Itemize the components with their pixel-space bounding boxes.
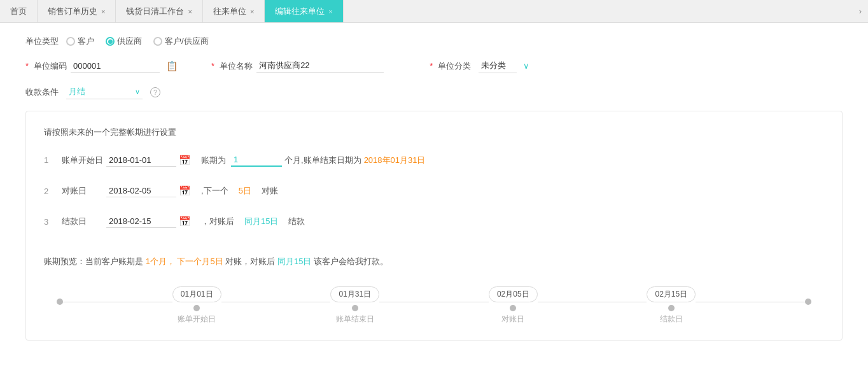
tab-contacts[interactable]: 往来单位 ×	[203, 0, 265, 22]
timeline-left-end	[57, 286, 63, 305]
timeline-right-dot	[805, 299, 811, 305]
payment-arrow: ∨	[135, 88, 140, 96]
radio-circle-both	[153, 37, 162, 46]
row-reconcile-date: 2 对账日 📅 ,下一个 5日 对账	[44, 185, 824, 197]
timeline-item-1: 01月01日 账单开始日	[172, 286, 221, 325]
reconcile-date-calendar-icon[interactable]: 📅	[179, 185, 191, 197]
tab-edit-contacts[interactable]: 编辑往来单位 ×	[265, 0, 343, 22]
timeline-label-1: 账单开始日	[178, 314, 216, 325]
unit-code-label: 单位编码	[34, 60, 67, 72]
payment-row: 收款条件 月结 ∨ ?	[25, 85, 843, 99]
payment-select[interactable]: 月结 ∨	[66, 85, 143, 99]
timeline-dot-2	[352, 305, 358, 311]
preview-p1: 1个月，	[146, 257, 175, 266]
period-input[interactable]	[231, 153, 282, 167]
unit-type-radio-group: 客户 供应商 客户/供应商	[66, 36, 209, 47]
timeline-line-3	[379, 302, 489, 302]
tab-close-contacts[interactable]: ×	[250, 8, 254, 15]
unit-name-input[interactable]	[256, 60, 384, 73]
radio-supplier[interactable]: 供应商	[106, 36, 142, 47]
payment-label: 收款条件	[25, 87, 59, 98]
unit-code-star: *	[25, 61, 29, 71]
preview-label: 账期预览：当前客户账期是	[44, 257, 143, 266]
tab-close-cash-work[interactable]: ×	[188, 8, 192, 15]
unit-code-group: * 单位编码 📋	[25, 60, 178, 73]
timeline-dot-4	[668, 305, 675, 311]
unit-code-icon[interactable]: 📋	[166, 60, 178, 72]
unit-info-row: * 单位编码 📋 * 单位名称 * 单位分类 未分类 ∨	[25, 59, 843, 73]
radio-customer[interactable]: 客户	[66, 36, 94, 47]
reconcile-desc-suffix: 对账	[262, 185, 278, 197]
timeline-item-2: 01月31日 账单结束日	[330, 286, 379, 325]
payment-date-input[interactable]	[106, 215, 176, 228]
timeline-right-end	[805, 286, 811, 305]
payment-help-icon[interactable]: ?	[150, 87, 160, 97]
timeline-line-2	[221, 302, 331, 302]
row-num-3: 3	[44, 217, 62, 227]
radio-both[interactable]: 客户/供应商	[153, 36, 209, 47]
preview-p5: 该客户会给我打款。	[314, 257, 388, 266]
timeline-label-3: 对账日	[501, 314, 524, 325]
tab-more-button[interactable]: ›	[853, 0, 868, 22]
row-num-1: 1	[44, 155, 62, 165]
payment-desc-highlight: 同月15日	[244, 216, 278, 227]
reconcile-date-input[interactable]	[106, 185, 176, 197]
section-title: 请按照未来的一个完整帐期进行设置	[44, 127, 824, 138]
payment-date-calendar-icon[interactable]: 📅	[179, 216, 191, 227]
reconcile-desc-highlight: 5日	[239, 185, 251, 197]
row-label-start: 账单开始日	[62, 155, 106, 166]
timeline-left-dot	[57, 299, 63, 305]
timeline-badge-1: 01月01日	[172, 286, 221, 302]
unit-cat-group: * 单位分类 未分类 ∨	[430, 59, 529, 73]
unit-cat-star: *	[430, 61, 433, 71]
payment-value: 月结	[69, 86, 132, 97]
timeline-dot-1	[193, 305, 200, 311]
timeline-badge-2: 01月31日	[330, 286, 379, 302]
timeline-label-2: 账单结束日	[336, 314, 374, 325]
unit-cat-arrow[interactable]: ∨	[523, 61, 529, 71]
timeline-dot-3	[510, 305, 516, 311]
timeline-badge-3: 02月05日	[489, 286, 538, 302]
tab-close-sales-history[interactable]: ×	[101, 8, 105, 15]
timeline-label-4: 结款日	[660, 314, 683, 325]
preview-section: 账期预览：当前客户账期是 1个月， 下一个月5日 对账，对账后 同月15日 该客…	[44, 246, 824, 325]
radio-circle-supplier	[106, 37, 115, 46]
timeline-badge-4: 02月15日	[647, 286, 696, 302]
unit-cat-label: 单位分类	[438, 60, 471, 72]
page-content: 单位类型 客户 供应商 客户/供应商 * 单位编码 📋 * 单位名称	[0, 23, 868, 387]
tab-close-edit-contacts[interactable]: ×	[328, 8, 332, 15]
unit-name-star: *	[211, 61, 214, 71]
preview-p4: 同月15日	[277, 257, 311, 266]
timeline-line-5	[696, 302, 805, 302]
radio-circle-customer	[66, 37, 75, 46]
timeline: 01月01日 账单开始日 01月31日 账单结束日 02月05日 对账日	[44, 286, 824, 325]
payment-desc-prefix: ，对账后	[201, 216, 234, 227]
timeline-item-4: 02月15日 结款日	[647, 286, 696, 325]
row-num-2: 2	[44, 186, 62, 196]
timeline-line-1	[63, 302, 172, 302]
timeline-line-4	[538, 302, 647, 302]
period-label: 账期为	[201, 155, 226, 166]
unit-name-label: 单位名称	[220, 60, 253, 72]
start-date-input[interactable]	[106, 154, 176, 167]
unit-type-row: 单位类型 客户 供应商 客户/供应商	[25, 36, 843, 47]
preview-p2: 下一个月5日	[177, 257, 223, 266]
period-unit: 个月,账单结束日期为	[284, 155, 361, 166]
start-date-calendar-icon[interactable]: 📅	[179, 155, 191, 166]
row-label-reconcile: 对账日	[62, 185, 106, 197]
preview-p3: 对账，对账后	[225, 257, 275, 266]
reconcile-desc-prefix: ,下一个	[201, 185, 228, 197]
period-end-date: 2018年01月31日	[364, 155, 426, 166]
unit-code-input[interactable]	[71, 60, 160, 73]
tabs-bar: 首页 销售订单历史 × 钱货日清工作台 × 往来单位 × 编辑往来单位 × ›	[0, 0, 868, 23]
tab-sales-history[interactable]: 销售订单历史 ×	[38, 0, 116, 22]
timeline-item-3: 02月05日 对账日	[489, 286, 538, 325]
preview-text: 账期预览：当前客户账期是 1个月， 下一个月5日 对账，对账后 同月15日 该客…	[44, 256, 824, 267]
row-payment-date: 3 结款日 📅 ，对账后 同月15日 结款	[44, 215, 824, 228]
tab-cash-work[interactable]: 钱货日清工作台 ×	[116, 0, 202, 22]
unit-cat-value: 未分类	[479, 59, 517, 73]
tab-home[interactable]: 首页	[0, 0, 38, 22]
row-label-payment: 结款日	[62, 216, 106, 227]
settings-section: 请按照未来的一个完整帐期进行设置 1 账单开始日 📅 账期为 个月,账单结束日期…	[25, 111, 843, 341]
unit-name-group: * 单位名称	[211, 60, 384, 73]
